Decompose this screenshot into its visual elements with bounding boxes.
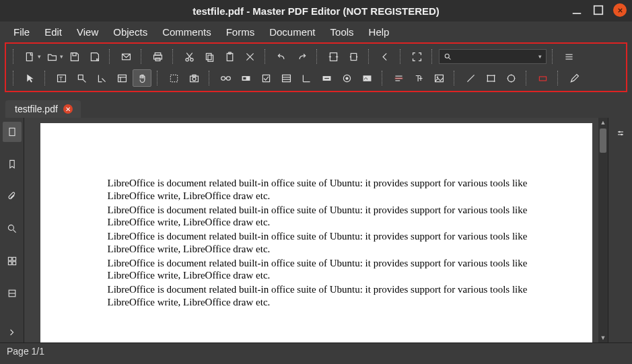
close-tab-button[interactable]: ✕ [63, 104, 73, 114]
paragraph: LibreOffice is document related built-in… [108, 230, 545, 256]
scrollbar-thumb[interactable] [600, 129, 606, 153]
svg-rect-36 [170, 75, 177, 81]
side-panel-left [0, 118, 24, 342]
dropdown-icon[interactable]: ▾ [538, 53, 542, 60]
svg-point-11 [190, 58, 192, 61]
select-area-tool[interactable] [164, 69, 183, 87]
toolbar-row-1: ▾ ▾ ▾ [9, 46, 623, 67]
save-as-button[interactable] [85, 48, 104, 65]
tab-label: testfile.pdf [15, 104, 58, 114]
svg-point-68 [493, 75, 495, 76]
svg-point-72 [507, 77, 508, 79]
stamp-tool[interactable] [533, 69, 552, 87]
svg-point-38 [192, 77, 195, 80]
menu-file[interactable]: File [7, 25, 36, 39]
svg-line-25 [449, 58, 451, 60]
menu-help[interactable]: Help [362, 25, 396, 39]
insert-image-tool[interactable] [429, 69, 448, 87]
insert-text-tool[interactable]: T [409, 69, 428, 87]
document-tab[interactable]: testfile.pdf ✕ [5, 100, 81, 118]
object-inspector-button[interactable] [611, 124, 630, 145]
attachments-panel-button[interactable] [3, 186, 22, 207]
list-box-tool[interactable] [277, 69, 295, 87]
menu-document[interactable]: Document [262, 25, 322, 39]
vertical-scrollbar[interactable]: ▲ ▼ [598, 118, 608, 342]
signature-tool[interactable] [357, 69, 376, 87]
svg-rect-55 [363, 75, 371, 81]
fit-page-button[interactable] [324, 48, 343, 65]
collapse-panel-button[interactable] [3, 322, 22, 342]
hand-tool[interactable] [133, 69, 151, 87]
menu-view[interactable]: View [70, 25, 105, 39]
svg-rect-40 [221, 76, 225, 79]
search-panel-button[interactable] [3, 219, 22, 239]
radio-button-tool[interactable] [337, 69, 356, 87]
menu-tools[interactable]: Tools [324, 25, 361, 39]
side-panel-right [608, 118, 632, 342]
dropdown-icon[interactable]: ▾ [60, 53, 63, 60]
select-tool[interactable] [20, 69, 39, 87]
search-input[interactable] [456, 52, 536, 61]
new-file-button[interactable] [20, 48, 39, 65]
button-tool[interactable] [317, 69, 336, 87]
search-box[interactable]: ▾ [439, 49, 547, 64]
link-tool[interactable] [216, 69, 235, 87]
scroll-down-icon[interactable]: ▼ [600, 334, 606, 341]
layers-panel-button[interactable] [3, 283, 22, 303]
checkbox-tool[interactable] [256, 69, 275, 87]
email-button[interactable] [116, 48, 135, 65]
undo-button[interactable] [272, 48, 291, 65]
svg-line-65 [467, 75, 474, 81]
menu-objects[interactable]: Objects [106, 25, 154, 39]
pencil-tool[interactable] [565, 69, 584, 87]
paragraph: LibreOffice is document related built-in… [108, 283, 545, 309]
document-canvas[interactable]: LibreOffice is document related built-in… [24, 118, 608, 342]
minimize-button[interactable] [570, 3, 584, 17]
snapshot-tool[interactable] [184, 69, 203, 87]
svg-rect-66 [487, 75, 494, 81]
edit-text-tool[interactable]: T [52, 69, 71, 87]
save-button[interactable] [65, 48, 83, 65]
fit-width-button[interactable] [344, 48, 363, 65]
thumbnails-panel-button[interactable] [3, 251, 22, 271]
menu-icon[interactable] [559, 48, 578, 65]
paste-button[interactable] [220, 48, 239, 65]
print-button[interactable] [148, 48, 167, 65]
fullscreen-button[interactable] [407, 48, 426, 65]
svg-rect-4 [26, 52, 32, 61]
open-file-button[interactable] [42, 48, 61, 65]
menubar: File Edit View Objects Comments Forms Do… [0, 23, 632, 40]
form-field-tool[interactable] [112, 69, 131, 87]
svg-rect-81 [12, 257, 15, 260]
highlight-tool[interactable] [389, 69, 408, 87]
toolbar-sep [454, 71, 456, 85]
combo-box-tool[interactable] [297, 69, 316, 87]
toolbar-sep [316, 49, 318, 64]
edit-form-tool[interactable] [92, 69, 111, 87]
edit-object-tool[interactable] [72, 69, 91, 87]
toolbar-sep [13, 49, 15, 64]
copy-button[interactable] [200, 48, 219, 65]
toolbar-sep [382, 71, 384, 85]
toolbar-sep [172, 49, 174, 64]
redo-button[interactable] [292, 48, 311, 65]
maximize-button[interactable] [592, 3, 605, 17]
svg-rect-46 [282, 75, 290, 81]
rectangle-tool[interactable] [481, 69, 500, 87]
bookmarks-panel-button[interactable] [3, 154, 22, 174]
text-field-tool[interactable] [236, 69, 255, 87]
delete-button[interactable] [240, 48, 259, 65]
scroll-up-icon[interactable]: ▲ [600, 119, 606, 126]
line-tool[interactable] [461, 69, 480, 87]
dropdown-icon[interactable]: ▾ [38, 53, 41, 60]
ellipse-tool[interactable] [501, 69, 520, 87]
prev-page-button[interactable] [376, 48, 394, 65]
toolbar-sep [209, 71, 211, 85]
menu-comments[interactable]: Comments [155, 25, 218, 39]
close-button[interactable] [613, 3, 627, 17]
cut-button[interactable] [180, 48, 199, 65]
menu-forms[interactable]: Forms [219, 25, 262, 39]
menu-edit[interactable]: Edit [38, 25, 69, 39]
pages-panel-button[interactable] [3, 122, 22, 142]
svg-point-71 [507, 75, 514, 81]
